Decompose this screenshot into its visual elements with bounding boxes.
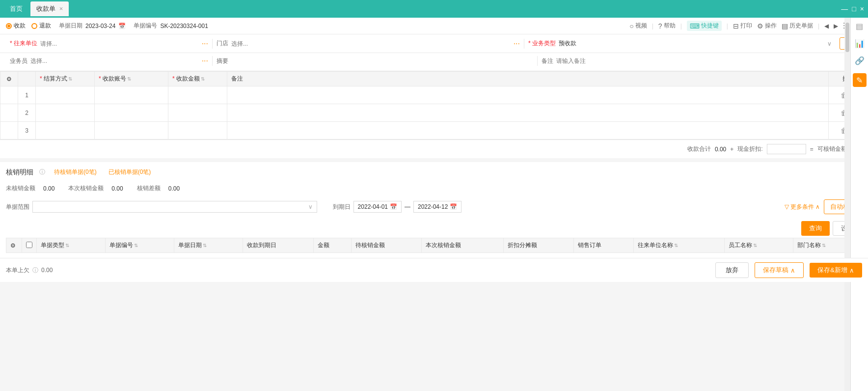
dept-sort-icon[interactable]: ⇅	[822, 243, 826, 248]
range-select[interactable]: ∨	[32, 201, 317, 213]
filter-icon: ▽	[785, 203, 789, 210]
verif-info-icon[interactable]: ⓘ	[39, 168, 45, 176]
verif-stats-row: 未核销金额 0.00 本次核销金额 0.00 核销差额 0.00	[6, 181, 862, 196]
stat-this-value: 0.00	[111, 185, 123, 192]
date-from-input[interactable]: 2022-04-01 📅	[353, 201, 402, 213]
data-table-section: ⚙ 结算方式⇅ 收款账号⇅ 收款金额⇅ 备注 操作	[0, 71, 868, 140]
bt-col-checkbox[interactable]	[22, 238, 37, 253]
nav-shoukuan-tab[interactable]: 收款单 ×	[30, 1, 69, 16]
account-sort-icon[interactable]: ⇅	[127, 76, 131, 82]
staff-sort-icon[interactable]: ⇅	[753, 243, 757, 248]
single-no-value: SK-20230324-001	[160, 23, 208, 29]
bt-col-settings[interactable]: ⚙	[6, 238, 22, 253]
account-required-mark: 收款账号	[99, 75, 126, 83]
row1-notes[interactable]	[227, 86, 829, 104]
action-history[interactable]: ▤ 历史单据	[782, 22, 813, 30]
date-from-calendar-icon[interactable]: 📅	[390, 203, 397, 210]
staff-label: 业务员	[10, 57, 27, 65]
settlement-required-mark: 结算方式	[40, 75, 67, 83]
counterparty-col-label: 往来单位名称	[638, 241, 673, 250]
date-to-input[interactable]: 2022-04-12 📅	[413, 201, 461, 213]
staff-input[interactable]	[30, 57, 199, 64]
window-maximize[interactable]: □	[852, 5, 856, 13]
date-to-calendar-icon[interactable]: 📅	[450, 203, 457, 210]
summary-plus: +	[730, 146, 733, 153]
row2-account[interactable]	[95, 104, 168, 122]
store-more-icon[interactable]: ···	[514, 40, 520, 48]
notes-input[interactable]	[556, 57, 858, 64]
abandon-button[interactable]: 放弃	[715, 262, 749, 278]
form-fields-row2: 业务员 ··· 摘要 备注	[0, 53, 868, 71]
save-new-button[interactable]: 保存&新增 ∧	[810, 263, 862, 278]
row1-account[interactable]	[95, 86, 168, 104]
action-video-label: 视频	[635, 22, 647, 30]
staff-more-icon[interactable]: ···	[202, 57, 208, 65]
verif-tab-done[interactable]: 已核销单据(0笔)	[106, 167, 154, 177]
abstract-group: 摘要	[213, 57, 537, 65]
row3-amount[interactable]	[168, 122, 227, 140]
counterparty-more-icon[interactable]: ···	[202, 40, 208, 48]
row3-settings	[0, 122, 18, 140]
form-fields-row1: 往来单位 ··· 门店 ··· 业务类型 预收款 ∨ 设置	[0, 34, 868, 53]
abstract-input[interactable]	[231, 57, 533, 64]
save-draft-label: 保存草稿	[763, 266, 788, 275]
counterparty-sort-icon[interactable]: ⇅	[674, 243, 678, 248]
action-print[interactable]: ⊟ 打印	[733, 22, 752, 30]
row1-amount[interactable]	[168, 86, 227, 104]
radio-group: 收款 退款	[6, 22, 51, 30]
save-new-label: 保存&新增	[817, 266, 847, 275]
nav-next-icon[interactable]: ▶	[834, 23, 838, 29]
save-draft-button[interactable]: 保存草稿 ∧	[755, 262, 804, 278]
summary-discount-input[interactable]	[767, 144, 806, 154]
nav-prev-icon[interactable]: ◀	[824, 23, 829, 29]
row3-settlement[interactable]	[36, 122, 95, 140]
scroll-thumb[interactable]	[845, 23, 849, 52]
radio-tuikuan[interactable]: 退款	[31, 22, 51, 30]
help-icon: ?	[658, 22, 662, 30]
verif-tab-pending[interactable]: 待核销单据(0笔)	[51, 167, 100, 177]
action-ops[interactable]: ⚙ 操作	[757, 22, 777, 30]
footer-info-icon[interactable]: ⓘ	[32, 266, 38, 275]
col-header-settings[interactable]: ⚙	[0, 72, 18, 86]
action-help[interactable]: ? 帮助	[658, 22, 676, 30]
no-sort-icon[interactable]: ⇅	[134, 243, 138, 248]
counterparty-input[interactable]	[40, 40, 199, 47]
radio-shoukuan[interactable]: 收款	[6, 22, 26, 30]
action-video[interactable]: ○ 视频	[629, 22, 647, 30]
row1-settlement[interactable]	[36, 86, 95, 104]
amount-sort-icon[interactable]: ⇅	[201, 76, 205, 82]
row2-settlement[interactable]	[36, 104, 95, 122]
summary-total-label: 收款合计	[687, 145, 711, 153]
print-icon: ⊟	[733, 22, 739, 30]
sidebar-table-icon[interactable]: ▤	[856, 22, 863, 31]
select-all-checkbox[interactable]	[26, 242, 32, 248]
save-draft-arrow-icon[interactable]: ∧	[790, 267, 795, 274]
business-type-chevron[interactable]: ∨	[827, 40, 832, 47]
window-minimize[interactable]: —	[841, 5, 848, 13]
sidebar-edit-icon[interactable]: ✎	[853, 73, 867, 87]
nav-tab-label: 收款单	[36, 5, 55, 12]
action-help-label: 帮助	[664, 22, 676, 30]
row3-notes[interactable]	[227, 122, 829, 140]
more-filter-label: 更多条件	[790, 203, 814, 211]
bt-col-staff: 员工名称⇅	[724, 238, 793, 253]
nav-home-tab[interactable]: 首页	[4, 1, 28, 16]
sidebar-chart-icon[interactable]: 📊	[855, 39, 865, 48]
verif-title-row: 核销明细 ⓘ 待核销单据(0笔) 已核销单据(0笔)	[6, 167, 862, 177]
row2-notes[interactable]	[227, 104, 829, 122]
sidebar-link-icon[interactable]: 🔗	[855, 56, 865, 65]
calendar-icon[interactable]: 📅	[118, 23, 126, 29]
store-input[interactable]	[231, 40, 511, 47]
action-shortcut[interactable]: ⌨ 快捷键	[687, 21, 722, 31]
save-new-arrow-icon[interactable]: ∧	[849, 267, 854, 274]
nav-tab-close-icon[interactable]: ×	[59, 5, 63, 12]
date-sort-icon[interactable]: ⇅	[203, 243, 207, 248]
window-close[interactable]: ×	[860, 5, 864, 13]
query-button[interactable]: 查询	[801, 221, 830, 236]
type-sort-icon[interactable]: ⇅	[65, 243, 69, 248]
data-table: ⚙ 结算方式⇅ 收款账号⇅ 收款金额⇅ 备注 操作	[0, 71, 868, 140]
row2-amount[interactable]	[168, 104, 227, 122]
row3-account[interactable]	[95, 122, 168, 140]
more-filter-btn[interactable]: ▽ 更多条件 ∧	[785, 203, 820, 211]
settlement-sort-icon[interactable]: ⇅	[68, 76, 72, 82]
